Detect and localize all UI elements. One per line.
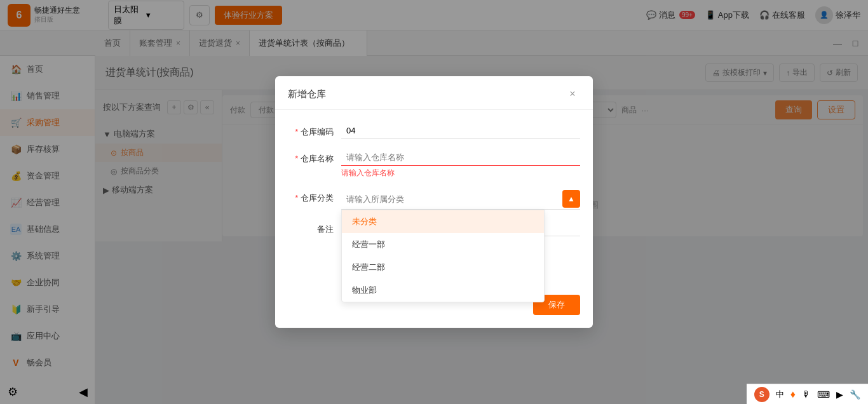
- modal-header: 新增仓库 ×: [275, 76, 593, 110]
- warehouse-name-label: 仓库名称: [288, 149, 334, 165]
- warehouse-name-row: 仓库名称 请输入仓库名称: [288, 149, 580, 178]
- modal-add-warehouse: 新增仓库 × 仓库编码 仓库名称 请输入仓库名称 仓库分类: [275, 76, 593, 328]
- bottom-play-icon[interactable]: ▶: [836, 389, 843, 400]
- remark-label: 备注: [288, 220, 334, 235]
- modal-close-button[interactable]: ×: [565, 86, 580, 102]
- category-wrap: ▲ 未分类 经营一部 经营二部 物业部: [341, 189, 580, 210]
- dropdown-item-3[interactable]: 物业部: [342, 279, 544, 302]
- warehouse-name-error: 请输入仓库名称: [341, 168, 580, 178]
- bottom-chinese-icon[interactable]: 中: [776, 389, 784, 400]
- bottom-keyboard-icon[interactable]: ⌨: [817, 389, 830, 400]
- modal-body: 仓库编码 仓库名称 请输入仓库名称 仓库分类 ▲: [275, 110, 593, 236]
- bottom-bar: S 中 ♦ 🎙 ⌨ ▶ 🔧: [747, 384, 868, 404]
- s-icon: S: [754, 387, 770, 402]
- bottom-dot-icon: ♦: [790, 389, 796, 400]
- dropdown-item-0[interactable]: 未分类: [342, 210, 544, 233]
- bottom-tool-icon[interactable]: 🔧: [850, 389, 860, 400]
- warehouse-name-input[interactable]: [341, 149, 580, 166]
- bottom-mic-icon[interactable]: 🎙: [802, 389, 811, 400]
- warehouse-code-row: 仓库编码: [288, 123, 580, 139]
- warehouse-code-input[interactable]: [341, 123, 580, 139]
- warehouse-category-row: 仓库分类 ▲ 未分类 经营一部: [288, 189, 580, 210]
- modal-backdrop: 新增仓库 × 仓库编码 仓库名称 请输入仓库名称 仓库分类: [0, 0, 868, 404]
- warehouse-category-label: 仓库分类: [288, 189, 334, 204]
- warehouse-code-label: 仓库编码: [288, 123, 334, 138]
- dropdown-item-2[interactable]: 经营二部: [342, 256, 544, 279]
- category-dropdown-list: 未分类 经营一部 经营二部 物业部: [341, 210, 545, 302]
- category-input[interactable]: [341, 191, 562, 207]
- modal-title: 新增仓库: [288, 88, 326, 100]
- category-dropdown-button[interactable]: ▲: [562, 190, 580, 208]
- dropdown-item-1[interactable]: 经营一部: [342, 233, 544, 256]
